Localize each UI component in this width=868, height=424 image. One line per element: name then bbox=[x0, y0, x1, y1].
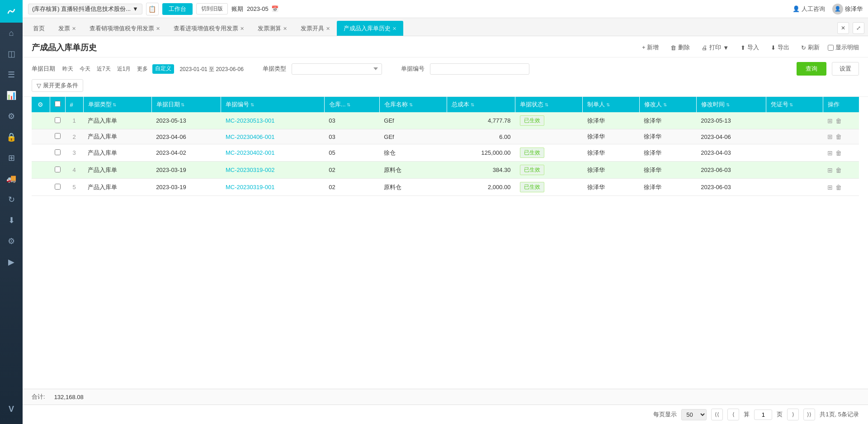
row-delete-icon[interactable]: 🗑 bbox=[835, 167, 842, 174]
sidebar-item-play[interactable]: ▶ bbox=[0, 252, 23, 272]
user-menu[interactable]: 👤 徐泽华 bbox=[832, 4, 863, 14]
row-checkbox-cell[interactable] bbox=[50, 144, 65, 162]
tab-expand-button[interactable]: ⤢ bbox=[853, 22, 864, 34]
row-code-link[interactable]: MC-20230402-001 bbox=[226, 149, 274, 156]
row-delete-icon[interactable]: 🗑 bbox=[835, 149, 842, 157]
col-total-cost[interactable]: 总成本 bbox=[447, 97, 515, 112]
sidebar-item-refresh[interactable]: ↻ bbox=[0, 189, 23, 210]
app-logo[interactable] bbox=[0, 0, 23, 23]
row-checkbox-cell[interactable] bbox=[50, 129, 65, 144]
row-code-link[interactable]: MC-20230406-001 bbox=[226, 133, 274, 140]
row-delete-icon[interactable]: 🗑 bbox=[835, 133, 842, 140]
tab-invoice-open-close[interactable]: ✕ bbox=[326, 26, 330, 32]
col-code[interactable]: 单据编号 bbox=[221, 97, 324, 112]
row-code-cell[interactable]: MC-20230319-002 bbox=[221, 162, 324, 179]
row-delete-icon[interactable]: 🗑 bbox=[835, 184, 842, 191]
export-button[interactable]: ⬇ 导出 bbox=[767, 42, 793, 53]
settings-icon[interactable]: ⚙ bbox=[38, 101, 43, 108]
col-creator[interactable]: 制单人 bbox=[583, 97, 640, 112]
support-button[interactable]: 👤 人工咨询 bbox=[793, 5, 825, 13]
sidebar-item-settings[interactable]: ⚙ bbox=[0, 106, 23, 127]
tab-input-vat-close[interactable]: ✕ bbox=[240, 26, 244, 32]
prev-page-button[interactable]: ⟨ bbox=[727, 409, 739, 420]
calendar-icon[interactable]: 📅 bbox=[271, 5, 278, 12]
tab-invoice-calc-close[interactable]: ✕ bbox=[283, 26, 287, 32]
tab-invoice-close[interactable]: ✕ bbox=[72, 26, 76, 32]
tab-input-vat[interactable]: 查看进项增值税专用发票 ✕ bbox=[167, 21, 251, 36]
select-all-checkbox[interactable] bbox=[55, 101, 61, 107]
row-edit-icon[interactable]: ⊞ bbox=[827, 184, 833, 191]
print-button[interactable]: 🖨 打印 ▼ bbox=[698, 42, 732, 53]
row-checkbox[interactable] bbox=[55, 167, 61, 172]
sidebar-item-download[interactable]: ⬇ bbox=[0, 210, 23, 231]
col-date[interactable]: 单据日期 bbox=[151, 97, 221, 112]
row-edit-icon[interactable]: ⊞ bbox=[827, 149, 833, 157]
col-voucher[interactable]: 凭证号 bbox=[766, 97, 823, 112]
query-button[interactable]: 查询 bbox=[797, 62, 826, 76]
row-code-cell[interactable]: MC-20230406-001 bbox=[221, 129, 324, 144]
company-selector[interactable]: (库存核算) 直播轻抖通信息技术股份... ▼ bbox=[28, 4, 142, 14]
row-code-link[interactable]: MC-20230319-002 bbox=[226, 167, 274, 173]
tab-home[interactable]: 首页 bbox=[26, 21, 52, 36]
col-status[interactable]: 单据状态 bbox=[515, 97, 583, 112]
tab-product-history[interactable]: 产成品入库单历史 ✕ bbox=[337, 21, 403, 36]
sidebar-item-list[interactable]: ☰ bbox=[0, 64, 23, 85]
num-filter-input[interactable] bbox=[430, 63, 529, 75]
row-checkbox-cell[interactable] bbox=[50, 179, 65, 196]
sidebar-item-lock[interactable]: 🔒 bbox=[0, 127, 23, 148]
import-button[interactable]: ⬆ 导入 bbox=[737, 42, 763, 53]
sidebar-item-org[interactable]: ◫ bbox=[0, 43, 23, 64]
tab-sales-vat-close[interactable]: ✕ bbox=[156, 26, 160, 32]
workbench-button[interactable]: 工作台 bbox=[162, 3, 193, 15]
per-page-select[interactable]: 20 50 100 bbox=[681, 409, 707, 420]
tab-invoice-open[interactable]: 发票开具 ✕ bbox=[294, 21, 337, 36]
date-custom-tag[interactable]: 自定义 bbox=[152, 64, 174, 74]
row-code-cell[interactable]: MC-20230319-001 bbox=[221, 179, 324, 196]
col-type[interactable]: 单据类型 bbox=[83, 97, 151, 112]
col-warehouse-name[interactable]: 仓库名称 bbox=[379, 97, 447, 112]
document-icon[interactable]: 📋 bbox=[146, 3, 159, 15]
display-toggle-checkbox[interactable] bbox=[828, 45, 834, 51]
first-page-button[interactable]: ⟨⟨ bbox=[711, 409, 723, 420]
row-checkbox-cell[interactable] bbox=[50, 162, 65, 179]
row-edit-icon[interactable]: ⊞ bbox=[827, 133, 833, 140]
row-code-cell[interactable]: MC-20230513-001 bbox=[221, 112, 324, 129]
row-code-link[interactable]: MC-20230513-001 bbox=[226, 117, 274, 124]
col-settings[interactable]: ⚙ bbox=[32, 97, 50, 112]
tab-close-all-button[interactable]: ✕ bbox=[837, 22, 849, 34]
tab-invoice[interactable]: 发票 ✕ bbox=[52, 21, 83, 36]
page-number-input[interactable] bbox=[754, 410, 772, 420]
row-edit-icon[interactable]: ⊞ bbox=[827, 167, 833, 174]
delete-button[interactable]: 🗑 删除 bbox=[667, 42, 693, 53]
row-edit-icon[interactable]: ⊞ bbox=[827, 117, 833, 124]
row-code-link[interactable]: MC-20230319-001 bbox=[226, 184, 274, 191]
row-checkbox[interactable] bbox=[55, 149, 61, 155]
new-button[interactable]: + 新增 bbox=[638, 42, 662, 53]
set-button[interactable]: 设置 bbox=[832, 62, 859, 76]
date-more[interactable]: 更多 bbox=[135, 64, 150, 74]
sidebar-item-grid[interactable]: ⊞ bbox=[0, 148, 23, 168]
date-7days[interactable]: 近7天 bbox=[95, 64, 113, 74]
tab-product-history-close[interactable]: ✕ bbox=[392, 26, 396, 32]
col-select-all[interactable] bbox=[50, 97, 65, 112]
switch-old-button[interactable]: 切到旧版 bbox=[196, 3, 228, 14]
row-checkbox[interactable] bbox=[55, 117, 61, 123]
col-modifier[interactable]: 修改人 bbox=[639, 97, 696, 112]
date-1month[interactable]: 近1月 bbox=[115, 64, 133, 74]
type-filter-select[interactable]: 产品入库单 bbox=[292, 63, 382, 75]
sidebar-item-home[interactable]: ⌂ bbox=[0, 23, 23, 43]
row-delete-icon[interactable]: 🗑 bbox=[835, 117, 842, 124]
row-checkbox[interactable] bbox=[55, 184, 61, 190]
sidebar-item-gear2[interactable]: ⚙ bbox=[0, 231, 23, 252]
last-page-button[interactable]: ⟩⟩ bbox=[803, 409, 815, 420]
date-yesterday[interactable]: 昨天 bbox=[61, 64, 75, 74]
sidebar-item-chart[interactable]: 📊 bbox=[0, 85, 23, 106]
sidebar-item-v[interactable]: V bbox=[0, 399, 23, 419]
display-toggle[interactable]: 显示明细 bbox=[828, 43, 859, 52]
row-checkbox[interactable] bbox=[55, 133, 61, 139]
col-modify-time[interactable]: 修改时间 bbox=[696, 97, 766, 112]
tab-invoice-calc[interactable]: 发票测算 ✕ bbox=[251, 21, 294, 36]
tab-sales-vat[interactable]: 查看销项增值税专用发票 ✕ bbox=[83, 21, 167, 36]
col-warehouse-code[interactable]: 仓库... bbox=[324, 97, 379, 112]
row-checkbox-cell[interactable] bbox=[50, 112, 65, 129]
